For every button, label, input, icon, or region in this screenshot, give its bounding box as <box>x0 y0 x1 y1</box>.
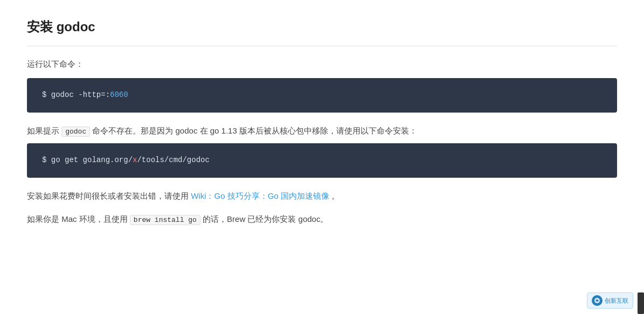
text-before-brew-code: 如果你是 Mac 环境，且使用 <box>27 214 130 224</box>
text-after-brew-code: 的话，Brew 已经为你安装 godoc。 <box>200 214 329 224</box>
logo-area: 创新互联 <box>587 292 633 309</box>
code-block-1: $ godoc -http=:6060 <box>27 78 617 113</box>
code-prompt-2: $ <box>42 156 51 164</box>
code-command-2b: /tools/cmd/godoc <box>137 156 209 164</box>
section3-line1: 安装如果花费时间很长或者安装出错，请使用 Wiki：Go 技巧分享：Go 国内加… <box>27 189 617 203</box>
wiki-link[interactable]: Wiki：Go 技巧分享：Go 国内加速镜像 <box>191 191 329 200</box>
logo-text: 创新互联 <box>605 296 628 306</box>
text-after-link: 。 <box>329 191 340 200</box>
text-before-link: 安装如果花费时间很长或者安装出错，请使用 <box>27 191 191 200</box>
text-before-inline-code: 如果提示 <box>27 126 59 135</box>
scrollbar[interactable] <box>638 292 644 314</box>
code-port-1: 6060 <box>110 90 128 99</box>
logo-badge: 创新互联 <box>587 292 633 309</box>
section2-paragraph: 如果提示 godoc 命令不存在。那是因为 godoc 在 go 1.13 版本… <box>27 123 617 138</box>
text-after-inline-code: 命令不存在。那是因为 godoc 在 go 1.13 版本后被从核心包中移除，请… <box>92 126 417 135</box>
code-command-2: go get golang.org/ <box>51 156 133 164</box>
inline-code-brew: brew install go <box>130 215 200 225</box>
intro-text: 运行以下命令： <box>27 57 617 71</box>
code-command-1: godoc <box>51 90 74 99</box>
code-block-2: $ go get golang.org/x/tools/cmd/godoc <box>27 143 617 178</box>
page-title: 安装 godoc <box>27 16 617 46</box>
logo-svg <box>594 297 600 304</box>
code-flag-1: -http=: <box>74 90 110 99</box>
section3-line2: 如果你是 Mac 环境，且使用 brew install go 的话，Brew … <box>27 212 617 226</box>
inline-code-godoc: godoc <box>61 127 90 137</box>
logo-icon <box>592 295 603 306</box>
page-container: 安装 godoc 运行以下命令： $ godoc -http=:6060 如果提… <box>0 0 644 314</box>
code-prompt-1: $ <box>42 90 51 99</box>
